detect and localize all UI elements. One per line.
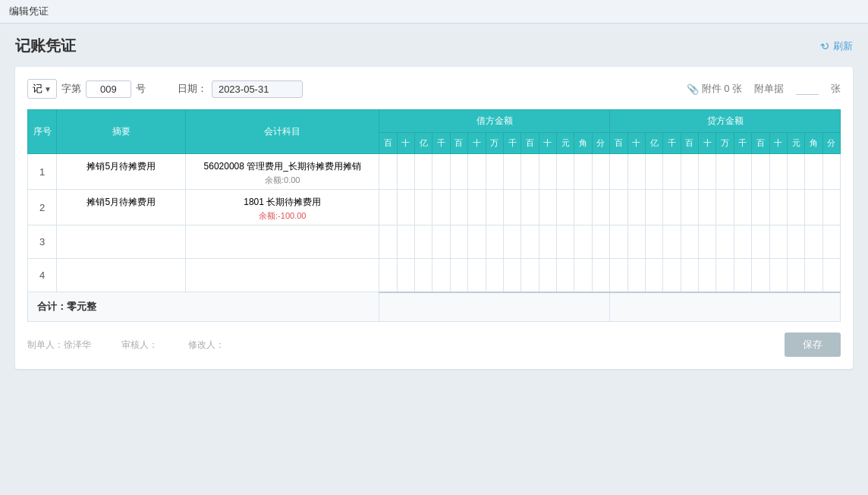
debit-amount-cell[interactable]	[592, 154, 609, 190]
credit-amount-cell[interactable]	[699, 154, 716, 190]
debit-amount-cell[interactable]	[503, 154, 520, 190]
credit-amount-cell[interactable]	[610, 154, 627, 190]
credit-amount-cell[interactable]	[699, 190, 716, 225]
credit-amount-cell[interactable]	[734, 190, 751, 225]
credit-amount-cell[interactable]	[645, 190, 662, 225]
credit-amount-cell[interactable]	[822, 154, 840, 190]
debit-amount-cell[interactable]	[397, 154, 414, 190]
debit-amount-cell[interactable]	[557, 190, 574, 225]
credit-amount-cell[interactable]	[716, 259, 734, 292]
credit-amount-cell[interactable]	[681, 225, 698, 259]
debit-amount-cell[interactable]	[397, 225, 414, 259]
debit-amount-cell[interactable]	[379, 225, 397, 259]
debit-amount-cell[interactable]	[486, 259, 503, 292]
debit-amount-cell[interactable]	[592, 225, 609, 259]
debit-amount-cell[interactable]	[592, 190, 609, 225]
credit-amount-cell[interactable]	[716, 190, 734, 225]
credit-amount-cell[interactable]	[787, 225, 804, 259]
debit-amount-cell[interactable]	[468, 190, 486, 225]
summary-cell[interactable]	[57, 259, 186, 292]
debit-amount-cell[interactable]	[521, 225, 539, 259]
credit-amount-cell[interactable]	[752, 259, 769, 292]
debit-amount-cell[interactable]	[415, 190, 432, 225]
credit-amount-cell[interactable]	[699, 259, 716, 292]
debit-amount-cell[interactable]	[521, 190, 539, 225]
credit-amount-cell[interactable]	[627, 259, 645, 292]
debit-amount-cell[interactable]	[450, 225, 467, 259]
save-button[interactable]: 保存	[785, 333, 841, 357]
credit-amount-cell[interactable]	[645, 259, 662, 292]
debit-amount-cell[interactable]	[379, 154, 397, 190]
credit-amount-cell[interactable]	[716, 225, 734, 259]
debit-amount-cell[interactable]	[450, 190, 467, 225]
debit-amount-cell[interactable]	[397, 190, 414, 225]
credit-amount-cell[interactable]	[627, 154, 645, 190]
credit-amount-cell[interactable]	[752, 154, 769, 190]
refresh-button[interactable]: ↻ 刷新	[821, 39, 853, 53]
debit-amount-cell[interactable]	[592, 259, 609, 292]
credit-amount-cell[interactable]	[752, 225, 769, 259]
credit-amount-cell[interactable]	[663, 190, 681, 225]
debit-amount-cell[interactable]	[432, 225, 450, 259]
debit-amount-cell[interactable]	[539, 225, 556, 259]
debit-amount-cell[interactable]	[503, 225, 520, 259]
debit-amount-cell[interactable]	[432, 190, 450, 225]
debit-amount-cell[interactable]	[379, 259, 397, 292]
account-cell[interactable]: 56020008 管理费用_长期待摊费用摊销余额:0.00	[186, 154, 379, 190]
credit-amount-cell[interactable]	[681, 154, 698, 190]
attachment-link[interactable]: 📎 附件 0 张	[687, 82, 742, 96]
debit-amount-cell[interactable]	[468, 259, 486, 292]
voucher-num-input[interactable]	[86, 80, 131, 98]
credit-amount-cell[interactable]	[610, 225, 627, 259]
debit-amount-cell[interactable]	[379, 190, 397, 225]
voucher-type-select[interactable]: 记 ▼	[27, 79, 57, 99]
credit-amount-cell[interactable]	[627, 190, 645, 225]
credit-amount-cell[interactable]	[734, 154, 751, 190]
credit-amount-cell[interactable]	[734, 259, 751, 292]
credit-amount-cell[interactable]	[610, 190, 627, 225]
debit-amount-cell[interactable]	[521, 259, 539, 292]
debit-amount-cell[interactable]	[468, 154, 486, 190]
credit-amount-cell[interactable]	[663, 225, 681, 259]
credit-amount-cell[interactable]	[805, 225, 822, 259]
credit-amount-cell[interactable]	[769, 190, 787, 225]
credit-amount-cell[interactable]	[681, 190, 698, 225]
credit-amount-cell[interactable]	[787, 259, 804, 292]
credit-amount-cell[interactable]	[769, 259, 787, 292]
debit-amount-cell[interactable]	[486, 154, 503, 190]
credit-amount-cell[interactable]	[752, 190, 769, 225]
debit-amount-cell[interactable]	[503, 190, 520, 225]
credit-amount-cell[interactable]	[734, 225, 751, 259]
debit-amount-cell[interactable]	[432, 154, 450, 190]
debit-amount-cell[interactable]	[415, 225, 432, 259]
zhang-input[interactable]	[796, 83, 819, 95]
debit-amount-cell[interactable]	[574, 190, 592, 225]
debit-amount-cell[interactable]	[557, 154, 574, 190]
date-input[interactable]	[212, 80, 303, 98]
credit-amount-cell[interactable]	[716, 154, 734, 190]
debit-amount-cell[interactable]	[574, 154, 592, 190]
credit-amount-cell[interactable]	[681, 259, 698, 292]
debit-amount-cell[interactable]	[574, 225, 592, 259]
credit-amount-cell[interactable]	[645, 225, 662, 259]
credit-amount-cell[interactable]	[787, 154, 804, 190]
account-cell[interactable]: 1801 长期待摊费用余额:-100.00	[186, 190, 379, 225]
debit-amount-cell[interactable]	[415, 259, 432, 292]
debit-amount-cell[interactable]	[397, 259, 414, 292]
credit-amount-cell[interactable]	[822, 225, 840, 259]
debit-amount-cell[interactable]	[557, 225, 574, 259]
credit-amount-cell[interactable]	[805, 259, 822, 292]
debit-amount-cell[interactable]	[539, 190, 556, 225]
debit-amount-cell[interactable]	[468, 225, 486, 259]
debit-amount-cell[interactable]	[486, 190, 503, 225]
summary-cell[interactable]	[57, 225, 186, 259]
debit-amount-cell[interactable]	[432, 259, 450, 292]
debit-amount-cell[interactable]	[539, 154, 556, 190]
credit-amount-cell[interactable]	[610, 259, 627, 292]
debit-amount-cell[interactable]	[574, 259, 592, 292]
debit-amount-cell[interactable]	[503, 259, 520, 292]
credit-amount-cell[interactable]	[663, 154, 681, 190]
credit-amount-cell[interactable]	[822, 190, 840, 225]
credit-amount-cell[interactable]	[663, 259, 681, 292]
summary-cell[interactable]: 摊销5月待摊费用	[57, 154, 186, 190]
